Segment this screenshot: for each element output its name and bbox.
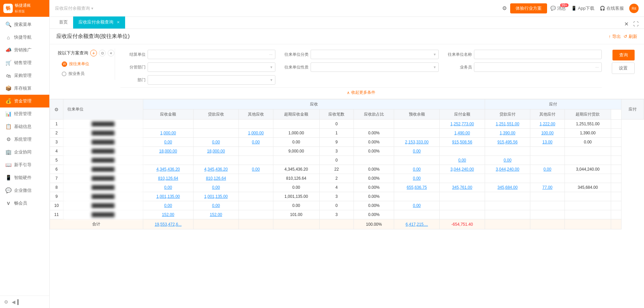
tab-home[interactable]: 首页 — [54, 16, 73, 29]
advance-cell[interactable]: 2,153,333.00 — [394, 138, 439, 147]
settlement-unit-input[interactable]: ··· — [148, 50, 275, 59]
ap-loan-cell[interactable]: 0.00 — [485, 156, 530, 165]
sidebar-item-system[interactable]: ⚙ 系统管理 — [0, 133, 49, 146]
sidebar-item-basic-info[interactable]: 📋 基础信息 — [0, 120, 49, 133]
ap-amount-cell[interactable]: 915,508.56 — [439, 138, 485, 147]
user-avatar[interactable]: Rit — [629, 4, 639, 13]
query-option-by-partner[interactable]: W 按往来单位 — [56, 59, 115, 69]
ar-loan-cell[interactable]: 810,126.64 — [193, 174, 238, 183]
settings-btn[interactable]: 设置 — [612, 62, 635, 74]
query-option-by-staff[interactable]: 按业务员 — [56, 69, 115, 79]
sidebar-item-purchase[interactable]: 🛍 采购管理 — [0, 69, 49, 82]
ap-amount-cell[interactable]: 3,044,240.00 — [439, 165, 485, 174]
refresh-btn[interactable]: ↺ 刷新 — [624, 34, 637, 40]
ar-count-cell: 22 — [319, 165, 354, 174]
ar-other-cell[interactable]: 0.00 — [239, 165, 273, 174]
advance-cell[interactable]: 0.00 — [394, 165, 439, 174]
query-btn[interactable]: 查询 — [612, 50, 635, 60]
sidebar-item-beginner[interactable]: 📖 新手引导 — [0, 159, 49, 171]
ar-amount-cell[interactable]: 810,126.64 — [143, 174, 193, 183]
sidebar-item-marketing[interactable]: 📣 营销推广 — [0, 44, 49, 56]
partner-category-input[interactable]: ▾ — [311, 50, 438, 59]
filter-setting-btn[interactable]: ⊙ — [99, 50, 106, 56]
filter-collapse-row[interactable]: ∧ 收起更多条件 — [120, 87, 602, 97]
ar-loan-cell[interactable]: 18,000.00 — [193, 147, 238, 156]
ar-loan-cell[interactable]: 4,345,436.20 — [193, 165, 238, 174]
topbar-gear-icon[interactable]: ⚙ — [502, 5, 507, 11]
ap-amount-cell[interactable]: 345,761.00 — [439, 183, 485, 192]
filter-add-btn[interactable]: + — [90, 50, 97, 56]
dept-input[interactable]: ▾ — [148, 75, 275, 85]
ap-other-cell[interactable]: 77.00 — [530, 183, 565, 192]
ap-other-cell[interactable]: 1,222.00 — [530, 120, 565, 129]
partner-nature-input[interactable]: ▾ — [311, 62, 438, 72]
sidebar-item-label: 系统管理 — [14, 136, 32, 142]
ar-amount-cell[interactable]: 1,001,135.00 — [143, 192, 193, 201]
tab-close-icon[interactable]: ✕ — [117, 20, 120, 24]
ar-amount-cell[interactable]: 0.00 — [143, 183, 193, 192]
sidebar-item-operations[interactable]: 📊 经营管理 — [0, 107, 49, 120]
sidebar-item-search-menu[interactable]: 🔍 搜索菜单 — [0, 18, 49, 31]
footer-advance[interactable]: 6,417,215.... — [394, 219, 439, 229]
filter-collapse-btn[interactable]: « — [108, 50, 114, 56]
sidebar-item-hardware[interactable]: 📱 智能硬件 — [0, 171, 49, 184]
tab-expand-icon[interactable]: ⛶ — [632, 20, 640, 29]
ap-other-cell[interactable]: 100.00 — [530, 129, 565, 138]
sidebar-item-corp[interactable]: 🏢 企业协同 — [0, 146, 49, 159]
tab-close-window-icon[interactable]: ✕ — [623, 19, 630, 29]
ap-amount-cell[interactable]: 1,252,773.00 — [439, 120, 485, 129]
sidebar-item-inventory[interactable]: 📦 库存核算 — [0, 82, 49, 95]
sidebar-item-quick-nav[interactable]: ⌂ 快捷导航 — [0, 31, 49, 44]
online-service-btn[interactable]: 🎧 在线客服 — [600, 5, 624, 11]
advance-cell[interactable]: 0.00 — [394, 174, 439, 183]
footer-ar-amount[interactable]: 19,553,472,6... — [143, 219, 193, 229]
advance-cell[interactable]: 0.00 — [394, 201, 439, 210]
ar-amount-cell[interactable]: 18,000.00 — [143, 147, 193, 156]
filter-section-label: 按以下方案查询 — [58, 50, 88, 56]
table-gear-icon[interactable]: ⚙ — [54, 107, 59, 112]
ap-amount-cell[interactable]: 1,490.00 — [439, 129, 485, 138]
ar-other-cell[interactable]: 0.00 — [239, 138, 273, 147]
ar-loan-cell[interactable]: 0.00 — [193, 183, 238, 192]
ap-amount-cell[interactable]: 0.00 — [439, 156, 485, 165]
salesperson-input[interactable]: ··· — [474, 62, 602, 72]
app-download-btn[interactable]: 📱 App下载 — [571, 5, 594, 11]
ar-loan-cell[interactable]: 0.00 — [193, 138, 238, 147]
advance-cell[interactable]: 0.00 — [394, 147, 439, 156]
ar-loan-cell[interactable]: 0.00 — [193, 201, 238, 210]
ar-other-cell[interactable]: 1,000.00 — [239, 129, 273, 138]
ar-count-cell: 3 — [319, 192, 354, 201]
ap-loan-cell[interactable]: 345,684.00 — [485, 183, 530, 192]
ar-amount-cell[interactable]: 4,345,436.20 — [143, 165, 193, 174]
ap-loan-cell[interactable]: 1,251,551.00 — [485, 120, 530, 129]
th-settings: ⚙ — [50, 99, 63, 120]
advance-cell[interactable]: 655,636.75 — [394, 183, 439, 192]
sidebar-collapse-btn[interactable]: ◀▐ — [12, 299, 19, 305]
ar-amount-cell[interactable]: 0.00 — [143, 138, 193, 147]
export-btn[interactable]: ↑ 导出 — [609, 34, 621, 40]
ar-loan-cell[interactable]: 152.00 — [193, 210, 238, 219]
sidebar-item-finance[interactable]: 💰 资金管理 — [0, 95, 49, 107]
ap-loan-cell[interactable]: 3,044,240.00 — [485, 165, 530, 174]
ap-other-cell[interactable]: 0.00 — [530, 165, 565, 174]
ar-amount-cell[interactable]: 1,000.00 — [143, 129, 193, 138]
ar-loan-cell[interactable]: 1,001,135.00 — [193, 192, 238, 201]
partner-name-input[interactable] — [474, 50, 602, 59]
ap-loan-cell[interactable]: 915,495.56 — [485, 138, 530, 147]
tab-ar-ap[interactable]: 应收应付余额查询 ✕ — [73, 16, 125, 29]
sidebar-item-sales[interactable]: 🛒 销售管理 — [0, 56, 49, 69]
sidebar-item-wechat[interactable]: 💬 企业微信 — [0, 184, 49, 197]
ar-amount-cell[interactable]: 0.00 — [143, 201, 193, 210]
ar-ratio-cell: 0.00% — [354, 147, 394, 156]
dept-manager-input[interactable]: ▾ — [148, 62, 275, 72]
row-num: 3 — [50, 138, 63, 147]
sidebar-settings-btn[interactable]: ⚙ — [4, 299, 8, 305]
ap-loan-cell[interactable]: 1,390.00 — [485, 129, 530, 138]
ap-other-cell[interactable]: 13.00 — [530, 138, 565, 147]
row-num: 10 — [50, 201, 63, 210]
ar-amount-cell[interactable]: 152.00 — [143, 210, 193, 219]
sidebar-item-vip[interactable]: V 畅会员 — [0, 197, 49, 210]
ap-loan-cell — [485, 210, 530, 219]
message-btn[interactable]: 💬 消息 99+ — [550, 5, 566, 11]
trial-btn[interactable]: 体验行业方案 — [510, 3, 547, 13]
